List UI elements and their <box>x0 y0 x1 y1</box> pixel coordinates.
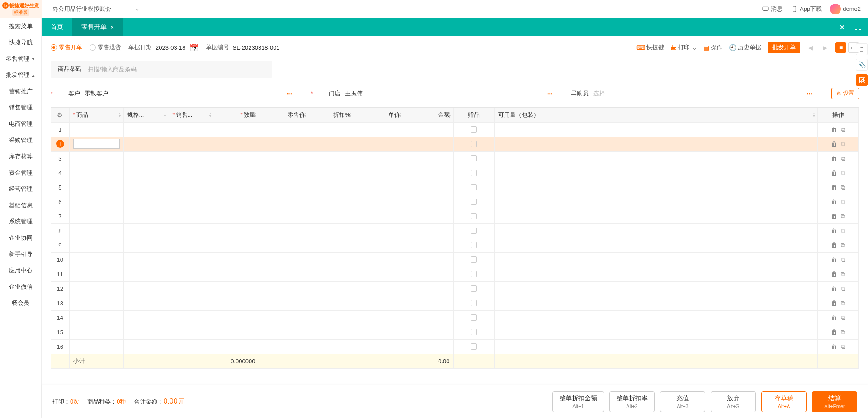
table-row[interactable]: 7🗑⧉ <box>51 209 859 223</box>
delete-icon[interactable]: 🗑 <box>831 285 837 292</box>
delete-icon[interactable]: 🗑 <box>831 155 837 162</box>
sidebar-item[interactable]: 搜索菜单 <box>0 18 41 34</box>
col-discount[interactable]: 折扣%▲▼ <box>309 108 354 122</box>
gift-checkbox[interactable] <box>471 285 477 292</box>
more-icon[interactable]: ⋯ <box>807 90 813 97</box>
footer-action-button[interactable]: 整单折扣金额Alt+1 <box>552 391 604 412</box>
gear-icon[interactable]: ⚙ <box>57 111 63 119</box>
batch-open-button[interactable]: 批发开单 <box>768 42 800 53</box>
copy-icon[interactable]: ⧉ <box>841 184 845 191</box>
table-row[interactable]: 10🗑⧉ <box>51 252 859 267</box>
col-product[interactable]: *商品▲▼ <box>69 108 123 122</box>
image-widget-button[interactable]: 🖼 <box>856 74 868 86</box>
sidebar-item[interactable]: 批发管理▲ <box>0 67 41 83</box>
copy-icon[interactable]: ⧉ <box>841 314 845 321</box>
footer-action-button[interactable]: 放弃Alt+G <box>711 391 756 412</box>
sidebar-item[interactable]: 企业协同 <box>0 230 41 246</box>
sidebar-item[interactable]: 销售管理 <box>0 100 41 116</box>
gift-checkbox[interactable] <box>471 170 477 176</box>
copy-icon[interactable]: ⧉ <box>841 256 845 263</box>
next-button[interactable]: ▶ <box>821 43 829 52</box>
sidebar-item[interactable]: 电商管理 <box>0 116 41 132</box>
note-widget-button[interactable]: 🗒 <box>856 43 868 55</box>
shortcut-button[interactable]: ⌨快捷键 <box>636 43 664 52</box>
delete-icon[interactable]: 🗑 <box>831 169 837 176</box>
copy-icon[interactable]: ⧉ <box>841 140 845 147</box>
delete-icon[interactable]: 🗑 <box>831 126 837 133</box>
col-qty[interactable]: *数量▲▼ <box>214 108 259 122</box>
col-retail-price[interactable]: 零售价▲▼ <box>259 108 309 122</box>
gift-checkbox[interactable] <box>471 329 477 335</box>
sidebar-item[interactable]: 基础信息 <box>0 197 41 214</box>
gift-checkbox[interactable] <box>471 343 477 350</box>
sidebar-item[interactable]: 采购管理 <box>0 132 41 148</box>
table-row[interactable]: +🗑⧉ <box>51 137 859 151</box>
product-cell-input[interactable] <box>73 139 120 149</box>
gift-checkbox[interactable] <box>471 271 477 277</box>
sidebar-item[interactable]: 营销推广 <box>0 83 41 100</box>
table-row[interactable]: 11🗑⧉ <box>51 267 859 281</box>
gift-checkbox[interactable] <box>471 141 477 147</box>
more-icon[interactable]: ⋯ <box>286 90 293 97</box>
delete-icon[interactable]: 🗑 <box>831 314 837 321</box>
table-row[interactable]: 1🗑⧉ <box>51 122 859 137</box>
copy-icon[interactable]: ⧉ <box>841 343 845 350</box>
delete-icon[interactable]: 🗑 <box>831 328 837 336</box>
guide-field[interactable]: 导购员 选择... ⋯ <box>571 89 813 99</box>
gift-checkbox[interactable] <box>471 242 477 248</box>
footer-action-button[interactable]: 充值Alt+3 <box>660 391 705 412</box>
delete-icon[interactable]: 🗑 <box>831 213 837 220</box>
sidebar-item[interactable]: 企业微信 <box>0 279 41 295</box>
add-row-button[interactable]: + <box>56 140 64 148</box>
table-row[interactable]: 4🗑⧉ <box>51 166 859 180</box>
table-row[interactable]: 15🗑⧉ <box>51 325 859 339</box>
copy-icon[interactable]: ⧉ <box>841 328 845 336</box>
copy-icon[interactable]: ⧉ <box>841 285 845 292</box>
barcode-input[interactable] <box>88 66 265 73</box>
messages-button[interactable]: 消息 <box>762 5 783 13</box>
sidebar-item[interactable]: 零售管理▼ <box>0 51 41 67</box>
table-row[interactable]: 9🗑⧉ <box>51 238 859 252</box>
delete-icon[interactable]: 🗑 <box>831 299 837 307</box>
footer-action-button[interactable]: 整单折扣率Alt+2 <box>609 391 655 412</box>
settings-button[interactable]: ⚙ 设置 <box>831 88 859 99</box>
user-menu[interactable]: demo2 <box>830 4 861 14</box>
footer-action-button[interactable]: 结算Alt+Enter <box>812 391 857 412</box>
table-row[interactable]: 8🗑⧉ <box>51 223 859 238</box>
calendar-icon[interactable]: 📅 <box>189 43 198 52</box>
delete-icon[interactable]: 🗑 <box>831 271 837 278</box>
delete-icon[interactable]: 🗑 <box>831 198 837 205</box>
tab-close-all-button[interactable]: ✕ <box>835 21 848 33</box>
copy-icon[interactable]: ⧉ <box>841 198 845 205</box>
sidebar-item[interactable]: 资金管理 <box>0 165 41 181</box>
gift-checkbox[interactable] <box>471 184 477 190</box>
sidebar-item[interactable]: 应用中心 <box>0 262 41 279</box>
sidebar-item[interactable]: 经营管理 <box>0 181 41 197</box>
gift-checkbox[interactable] <box>471 155 477 162</box>
delete-icon[interactable]: 🗑 <box>831 343 837 350</box>
copy-icon[interactable]: ⧉ <box>841 227 845 234</box>
gift-checkbox[interactable] <box>471 199 477 205</box>
table-row[interactable]: 13🗑⧉ <box>51 296 859 310</box>
copy-icon[interactable]: ⧉ <box>841 155 845 162</box>
col-gift[interactable]: 赠品 <box>453 108 494 122</box>
app-download-button[interactable]: App下载 <box>791 5 822 13</box>
operate-button[interactable]: ▦操作 <box>703 43 722 52</box>
copy-icon[interactable]: ⧉ <box>841 242 845 249</box>
tab[interactable]: 零售开单× <box>72 18 123 36</box>
history-button[interactable]: 🕘历史单据 <box>729 43 761 52</box>
gift-checkbox[interactable] <box>471 228 477 234</box>
prev-button[interactable]: ◀ <box>807 43 815 52</box>
store-field[interactable]: * 门店 王振伟 ⋯ <box>311 89 553 99</box>
fullscreen-button[interactable]: ⛶ <box>852 21 864 33</box>
view-list-button[interactable]: ≡ <box>835 42 846 53</box>
copy-icon[interactable]: ⧉ <box>841 271 845 278</box>
gift-checkbox[interactable] <box>471 314 477 321</box>
close-icon[interactable]: × <box>110 24 114 31</box>
table-row[interactable]: 5🗑⧉ <box>51 180 859 195</box>
gift-checkbox[interactable] <box>471 126 477 133</box>
delete-icon[interactable]: 🗑 <box>831 227 837 234</box>
table-row[interactable]: 12🗑⧉ <box>51 281 859 296</box>
delete-icon[interactable]: 🗑 <box>831 184 837 191</box>
tab[interactable]: 首页 <box>42 18 72 36</box>
